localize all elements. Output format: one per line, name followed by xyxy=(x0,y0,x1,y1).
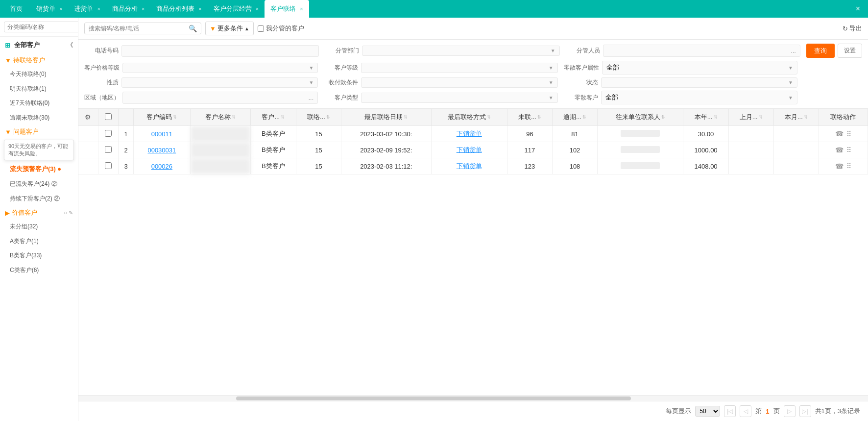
sort-icon-year[interactable]: ⇅ xyxy=(714,115,718,120)
row-checkbox-0[interactable] xyxy=(105,130,112,137)
sort-icon-date[interactable]: ⇅ xyxy=(404,115,408,120)
sidebar-item-churned[interactable]: 已流失客户(24) ② xyxy=(0,177,78,192)
sort-icon-contact[interactable]: ⇅ xyxy=(326,115,330,120)
sort-icon-type2[interactable]: ⇅ xyxy=(487,115,491,120)
filter-phone-input[interactable] xyxy=(121,45,319,57)
sidebar-section-pending[interactable]: ▼ 待联络客户 xyxy=(0,53,78,67)
table-row: 3 000026 B类客户 15 2023-02-03 11:12: 下销货单 … xyxy=(78,158,868,174)
nav-item-product-analysis-list[interactable]: 商品分析列表 × xyxy=(150,0,207,18)
sidebar-item-a-class[interactable]: A类客户(1) xyxy=(0,234,78,249)
export-button[interactable]: ↻ 导出 xyxy=(843,24,862,33)
sort-icon-overdue[interactable]: ⇅ xyxy=(582,115,586,120)
sort-icon-type[interactable]: ⇅ xyxy=(281,115,285,120)
my-customers-checkbox-label[interactable]: 我分管的客户 xyxy=(258,24,304,33)
cell-code-1[interactable]: 00030031 xyxy=(134,142,190,158)
row-checkbox-1[interactable] xyxy=(105,146,112,153)
sidebar-item-today[interactable]: 今天待联络(0) xyxy=(0,67,78,82)
more-conditions-button[interactable]: ▼ 更多条件 ▲ xyxy=(205,22,254,35)
sort-icon-last-month[interactable]: ⇅ xyxy=(759,115,763,120)
select-all-checkbox[interactable] xyxy=(105,113,112,120)
nav-item-sales[interactable]: 销货单 × xyxy=(30,0,68,18)
sidebar-all-customers[interactable]: ⊞ 全部客户 《 xyxy=(0,37,78,53)
close-sales-icon[interactable]: × xyxy=(59,0,62,18)
sidebar-item-declining[interactable]: 持续下滑客户(2) ② xyxy=(0,192,78,206)
next-page-button[interactable]: ▷ xyxy=(784,405,796,417)
table-settings-icon[interactable]: ⚙ xyxy=(85,113,91,121)
filter-region-select[interactable]: ... xyxy=(122,92,318,104)
table-area: ⚙ 客户编码 ⇅ xyxy=(78,109,868,395)
scrollbar-thumb[interactable] xyxy=(236,396,631,400)
collapse-icon[interactable]: 《 xyxy=(67,41,73,50)
th-overdue: 逾期... ⇅ xyxy=(552,109,597,126)
filter-payment-select[interactable]: ▼ xyxy=(361,77,557,88)
settings-button[interactable]: 设置 xyxy=(838,44,862,58)
close-purchase-icon[interactable]: × xyxy=(97,0,100,18)
filter-customer-type-select[interactable]: ▼ xyxy=(361,93,557,103)
cell-last-contact-type-0[interactable]: 下销货单 xyxy=(431,126,507,142)
sidebar-search-input[interactable] xyxy=(4,22,78,32)
sidebar-item-7days[interactable]: 近7天待联络(0) xyxy=(0,96,78,111)
cell-checkbox-0 xyxy=(98,126,119,142)
filter-customer-grade-select[interactable]: ▼ xyxy=(361,63,557,73)
cell-index-0: 1 xyxy=(119,126,134,142)
sort-icon-unit[interactable]: ⇅ xyxy=(661,115,665,120)
last-page-button[interactable]: ▷| xyxy=(799,405,811,417)
filter-retail-attr-select[interactable]: 全部 ▼ xyxy=(602,61,797,74)
first-page-button[interactable]: |◁ xyxy=(724,405,736,417)
sidebar-item-tomorrow[interactable]: 明天待联络(1) xyxy=(0,82,78,97)
query-button[interactable]: 查询 xyxy=(806,44,835,58)
filter-nature-select[interactable]: ▼ xyxy=(121,77,318,88)
horizontal-scrollbar[interactable] xyxy=(78,395,868,401)
chevron-down-icon-6: ▼ xyxy=(549,80,554,85)
filter-retail-select[interactable]: 全部 ▼ xyxy=(601,91,797,104)
cell-this-year-2: 1408.00 xyxy=(683,158,728,174)
sidebar-section-value[interactable]: ▶ 价值客户 ○ ✎ xyxy=(0,206,78,220)
cell-code-0[interactable]: 000011 xyxy=(134,126,190,142)
close-window-icon[interactable]: × xyxy=(852,4,864,13)
filter-status-label: 状态 xyxy=(564,78,598,87)
sidebar-section-problem[interactable]: ▼ 问题客户 xyxy=(0,125,78,139)
more-action-icon-0[interactable]: ⠿ xyxy=(846,130,851,138)
more-action-icon-1[interactable]: ⠿ xyxy=(846,146,851,154)
sort-icon-not-contacted[interactable]: ⇅ xyxy=(537,115,541,120)
sort-icon-code[interactable]: ⇅ xyxy=(173,115,177,120)
nav-item-customer-segment[interactable]: 客户分层经营 × xyxy=(208,0,265,18)
cell-code-2[interactable]: 000026 xyxy=(134,158,190,174)
cell-last-contact-type-2[interactable]: 下销货单 xyxy=(431,158,507,174)
nav-item-product-analysis[interactable]: 商品分析 × xyxy=(106,0,150,18)
per-page-select[interactable]: 50 100 200 xyxy=(695,406,720,417)
cell-index-1: 2 xyxy=(119,142,134,158)
nav-item-customer-contact[interactable]: 客户联络 × xyxy=(265,0,309,18)
sidebar-item-overdue[interactable]: 逾期未联络(30) xyxy=(0,111,78,125)
nav-item-home[interactable]: 首页 xyxy=(4,0,28,18)
sidebar-item-churn-warning[interactable]: 流失预警客户(3) ● xyxy=(0,161,78,177)
search-icon-main[interactable]: 🔍 xyxy=(189,25,197,32)
filter-price-grade-select[interactable]: ▼ xyxy=(122,63,318,73)
filter-dept-select[interactable]: ▼ xyxy=(362,46,559,56)
search-input[interactable] xyxy=(89,25,187,32)
nav-item-purchase[interactable]: 进货单 × xyxy=(68,0,106,18)
more-action-icon-2[interactable]: ⠿ xyxy=(846,162,851,170)
sidebar-item-c-class[interactable]: C类客户(6) xyxy=(0,263,78,278)
th-this-year: 本年... ⇅ xyxy=(683,109,728,126)
filter-row-1: 电话号码 分管部门 ▼ 分管人员 ... xyxy=(84,44,862,58)
cell-last-contact-type-1[interactable]: 下销货单 xyxy=(431,142,507,158)
prev-page-button[interactable]: ◁ xyxy=(740,405,751,417)
close-customer-segment-icon[interactable]: × xyxy=(256,0,259,18)
sidebar-item-b-class[interactable]: B类客户(33) xyxy=(0,248,78,263)
close-product-analysis-list-icon[interactable]: × xyxy=(198,0,201,18)
filter-manager-select[interactable]: ... xyxy=(603,45,800,57)
sort-icon-name[interactable]: ⇅ xyxy=(232,115,236,120)
contact-action-icon-2[interactable]: ☎ xyxy=(835,162,844,170)
cell-name-0 xyxy=(190,126,250,142)
cell-unit-contact-1 xyxy=(598,142,683,158)
filter-status-select[interactable]: ▼ xyxy=(601,77,797,88)
sidebar-item-ungrouped[interactable]: 未分组(32) xyxy=(0,220,78,234)
close-product-analysis-icon[interactable]: × xyxy=(142,0,145,18)
sort-icon-this-month[interactable]: ⇅ xyxy=(804,115,808,120)
row-checkbox-2[interactable] xyxy=(105,162,112,169)
contact-action-icon-1[interactable]: ☎ xyxy=(835,146,844,154)
close-customer-contact-icon[interactable]: × xyxy=(300,0,303,18)
contact-action-icon-0[interactable]: ☎ xyxy=(835,130,844,138)
my-customers-checkbox[interactable] xyxy=(258,25,264,32)
